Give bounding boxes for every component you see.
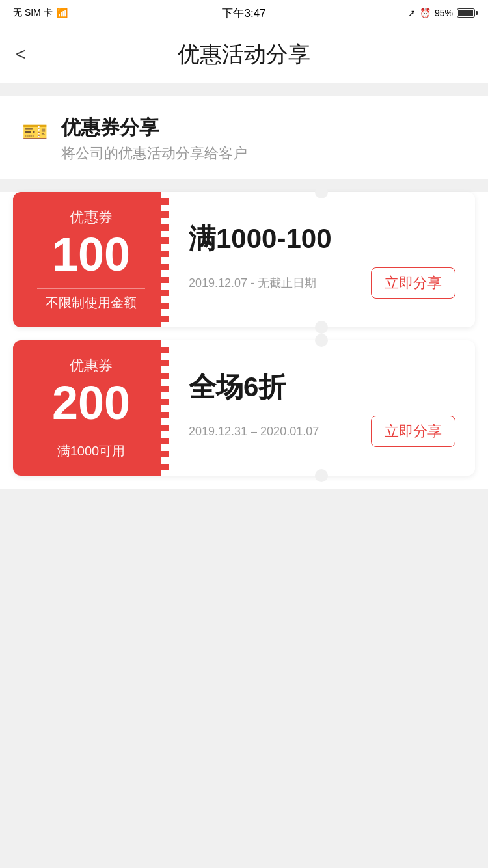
coupon-date-2: 2019.12.31 – 2020.01.07 bbox=[189, 425, 319, 439]
page-title: 优惠活动分享 bbox=[178, 40, 310, 70]
coupon-divider-1 bbox=[37, 288, 145, 289]
section-icon: 🎫 bbox=[20, 116, 51, 147]
coupon-left-2: 优惠券 200 满1000可用 bbox=[13, 340, 169, 476]
share-button-1[interactable]: 立即分享 bbox=[371, 267, 455, 299]
coupon-date-1: 2019.12.07 - 无截止日期 bbox=[189, 275, 316, 291]
coupon-meta-2: 2019.12.31 – 2020.01.07 立即分享 bbox=[189, 416, 455, 447]
coupon-inner-1: 优惠券 100 不限制使用金额 满1000-100 2019.12.07 - 无… bbox=[13, 192, 475, 327]
scallop-notch-bottom-2 bbox=[315, 469, 328, 482]
back-button[interactable]: < bbox=[16, 44, 25, 64]
section-desc: 将公司的优惠活动分享给客户 bbox=[61, 144, 247, 163]
coupon-label-1: 优惠券 bbox=[70, 208, 113, 227]
coupon-title-1: 满1000-100 bbox=[189, 221, 455, 257]
section-header: 🎫 优惠券分享 将公司的优惠活动分享给客户 bbox=[0, 96, 488, 179]
scallop-notch-top-1 bbox=[315, 185, 328, 198]
status-bar: 无 SIM 卡 📶 下午3:47 ↗ ⏰ 95% bbox=[0, 0, 488, 26]
coupon-divider-2 bbox=[37, 437, 145, 437]
coupon-condition-2: 满1000可用 bbox=[57, 442, 126, 460]
section-text-group: 优惠券分享 将公司的优惠活动分享给客户 bbox=[61, 115, 247, 163]
coupon-value-1: 100 bbox=[52, 231, 130, 278]
coupon-value-2: 200 bbox=[52, 379, 130, 426]
section-title: 优惠券分享 bbox=[61, 115, 247, 141]
status-time: 下午3:47 bbox=[222, 6, 265, 21]
coupon-scallop-2: 优惠券 200 满1000可用 全场6折 2019.12.31 – 2020.0… bbox=[13, 340, 475, 476]
alarm-icon: ⏰ bbox=[420, 8, 431, 18]
coupon-left-1: 优惠券 100 不限制使用金额 bbox=[13, 192, 169, 327]
battery-bar bbox=[457, 8, 475, 18]
battery-fill bbox=[458, 10, 473, 16]
battery-text: 95% bbox=[435, 8, 453, 18]
scallop-notch-bottom-1 bbox=[315, 321, 328, 334]
coupon-right-2: 全场6折 2019.12.31 – 2020.01.07 立即分享 bbox=[169, 340, 475, 476]
bottom-fill bbox=[0, 489, 488, 749]
scallop-notch-top-2 bbox=[315, 334, 328, 347]
coupon-label-2: 优惠券 bbox=[70, 356, 113, 375]
coupons-container: 优惠券 100 不限制使用金额 满1000-100 2019.12.07 - 无… bbox=[0, 192, 488, 489]
coupon-inner-2: 优惠券 200 满1000可用 全场6折 2019.12.31 – 2020.0… bbox=[13, 340, 475, 476]
coupon-meta-1: 2019.12.07 - 无截止日期 立即分享 bbox=[189, 267, 455, 299]
status-right: ↗ ⏰ 95% bbox=[408, 8, 475, 18]
status-left: 无 SIM 卡 📶 bbox=[13, 7, 68, 19]
location-icon: ↗ bbox=[408, 8, 416, 18]
coupon-title-2: 全场6折 bbox=[189, 369, 455, 405]
coupon-card-1: 优惠券 100 不限制使用金额 满1000-100 2019.12.07 - 无… bbox=[13, 192, 475, 327]
coupon-right-1: 满1000-100 2019.12.07 - 无截止日期 立即分享 bbox=[169, 192, 475, 327]
carrier-text: 无 SIM 卡 bbox=[13, 7, 53, 19]
coupon-condition-1: 不限制使用金额 bbox=[46, 294, 137, 312]
coupon-card-2: 优惠券 200 满1000可用 全场6折 2019.12.31 – 2020.0… bbox=[13, 340, 475, 476]
wifi-icon: 📶 bbox=[57, 8, 68, 18]
nav-bar: < 优惠活动分享 bbox=[0, 26, 488, 83]
coupon-scallop-1: 优惠券 100 不限制使用金额 满1000-100 2019.12.07 - 无… bbox=[13, 192, 475, 327]
share-button-2[interactable]: 立即分享 bbox=[371, 416, 455, 447]
